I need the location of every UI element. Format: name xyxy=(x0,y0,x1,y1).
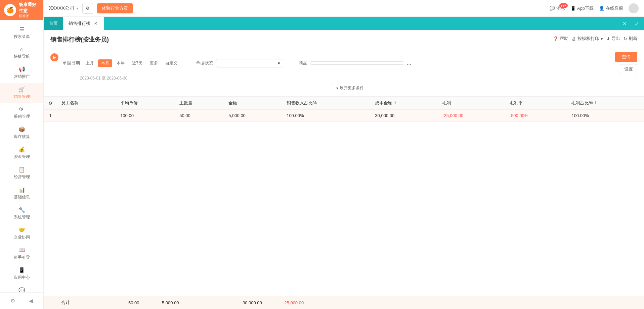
sidebar-item-system[interactable]: 🔧 系统管理 xyxy=(0,203,43,223)
finance-icon: 💰 xyxy=(18,146,25,153)
print-btn[interactable]: 🖨 按模板打印 ▾ xyxy=(572,36,603,42)
th-name: 员工名称 xyxy=(57,97,116,110)
help-icon: ❓ xyxy=(553,36,558,41)
sidebar-item-marketing[interactable]: 📢 营销推广 xyxy=(0,63,43,83)
sidebar-label-enterprise-collab: 企业协同 xyxy=(14,235,30,240)
sidebar-item-sales[interactable]: 🛒 销售管理 xyxy=(0,83,43,103)
status-select[interactable]: ▾ xyxy=(216,59,283,67)
tab-close-icon[interactable]: ✕ xyxy=(93,21,98,26)
purchase-icon: 🛍 xyxy=(19,106,25,112)
sidebar-item-quick-nav[interactable]: ⌂ 快捷导航 xyxy=(0,43,43,63)
app-download-label: App下载 xyxy=(577,5,594,11)
table-row: 1 100.00 50.00 5,000.00 100.00% 30,000.0… xyxy=(44,110,644,122)
app-download-btn[interactable]: 📱 App下载 xyxy=(570,5,594,11)
sidebar-label-basic-info: 基础信息 xyxy=(14,194,30,200)
sidebar-label-app-center: 应用中心 xyxy=(14,275,30,280)
tab-sales-ranking[interactable]: 销售排行榜 ✕ xyxy=(63,17,104,30)
message-icon: 💬 xyxy=(550,6,555,11)
th-cost: 成本全额 ℹ xyxy=(371,97,438,110)
help-btn[interactable]: ❓ 帮助 xyxy=(553,36,568,42)
quick-nav-icon: ⌂ xyxy=(20,46,24,52)
footer-qty: 50.00 xyxy=(128,300,162,305)
cell-avg-price: 100.00 xyxy=(116,110,175,122)
date-range-display: 2023-06-01 至 2023-06-30 xyxy=(80,76,127,81)
table-header-row: ⚙ 员工名称 平均单价 主数量 全额 销售收入占比% 成本全额 ℹ 毛利 毛利率… xyxy=(44,97,644,110)
date-btn-current-month[interactable]: 本月 xyxy=(98,59,112,67)
tab-close-all-icon[interactable]: ✕ xyxy=(620,19,629,28)
cell-gross-rate: -500.00% xyxy=(506,110,568,122)
sidebar-settings-icon[interactable]: ⚙ xyxy=(10,298,15,304)
tab-bar-actions: ✕ ⤢ xyxy=(620,19,644,28)
settings-icon: ⚙ xyxy=(86,6,90,11)
cell-gross: -25,000.00 xyxy=(438,110,506,122)
logo-sub: 标准版 xyxy=(19,14,39,18)
cell-rank: 1 xyxy=(44,110,57,122)
date-btn-prev-month[interactable]: 上月 xyxy=(83,59,97,67)
guide-icon: 📖 xyxy=(18,247,25,253)
trial-button[interactable]: 体验行业方案 xyxy=(97,3,133,13)
print-icon: 🖨 xyxy=(572,36,576,41)
sidebar-nav: ☰ 搜索菜单 ⌂ 快捷导航 📢 营销推广 🛒 销售管理 🛍 采购管理 📦 库存核… xyxy=(0,20,43,292)
company-name: XXXXX公司 xyxy=(49,5,74,11)
sidebar-item-inventory[interactable]: 📦 库存核算 xyxy=(0,123,43,143)
date-range-buttons: 上月 本月 本年 近7天 更多 自定义 xyxy=(83,59,180,67)
sidebar-label-guide: 新手引导 xyxy=(14,255,30,260)
company-selector[interactable]: XXXXX公司 ▾ xyxy=(49,5,78,11)
messages-btn[interactable]: 💬 消息 99+ xyxy=(550,5,565,11)
message-badge: 99+ xyxy=(559,3,568,8)
sidebar-item-finance[interactable]: 💰 资金管理 xyxy=(0,143,43,163)
enterprise-wechat-icon: 💬 xyxy=(18,287,25,292)
date-btn-7days[interactable]: 近7天 xyxy=(129,59,145,67)
date-filter: 单据日期 上月 本月 本年 近7天 更多 自定义 xyxy=(62,59,180,67)
print-label: 按模板打印 xyxy=(577,36,599,42)
status-filter: 单据状态 ▾ xyxy=(196,59,283,67)
th-avg-price: 平均单价 xyxy=(116,97,175,110)
header-settings-btn[interactable]: ⚙ xyxy=(82,3,93,14)
query-button[interactable]: 查询 xyxy=(615,52,637,62)
cell-sales-pct: 100.00% xyxy=(283,110,371,122)
tab-expand-icon[interactable]: ⤢ xyxy=(632,19,641,28)
goods-input[interactable] xyxy=(310,61,404,65)
sidebar-item-business[interactable]: 📋 经营管理 xyxy=(0,163,43,183)
filter-area: ▶ 单据日期 上月 本月 本年 近7天 更多 自定义 xyxy=(44,48,644,97)
goods-label: 商品 xyxy=(299,60,307,66)
online-service-btn[interactable]: 👤 在线客服 xyxy=(599,5,623,11)
status-chevron-icon: ▾ xyxy=(278,61,280,66)
filter-arrow-btn[interactable]: ▶ xyxy=(50,53,58,61)
th-gross-pct: 毛利占比% ℹ xyxy=(567,97,644,110)
date-btn-current-year[interactable]: 本年 xyxy=(114,59,128,67)
tab-bar: 首页 销售排行榜 ✕ ✕ ⤢ xyxy=(44,17,644,30)
page-title: 销售排行榜(按业务员) xyxy=(50,36,109,48)
main-area: XXXXX公司 ▾ ⚙ 体验行业方案 💬 消息 99+ 📱 App下载 👤 在线… xyxy=(44,0,644,309)
date-btn-more[interactable]: 更多 xyxy=(147,59,161,67)
user-avatar[interactable] xyxy=(629,3,639,13)
top-header: XXXXX公司 ▾ ⚙ 体验行业方案 💬 消息 99+ 📱 App下载 👤 在线… xyxy=(44,0,644,17)
sidebar-label-quick-nav: 快捷导航 xyxy=(14,54,30,59)
logo-main: 畅康通好生意 xyxy=(19,2,39,14)
sidebar-collapse-icon[interactable]: ◀ xyxy=(29,298,33,304)
sidebar-item-guide[interactable]: 📖 新手引导 xyxy=(0,244,43,264)
table-settings-icon[interactable]: ⚙ xyxy=(48,101,52,106)
cost-info-icon: ℹ xyxy=(394,101,396,105)
sidebar-item-enterprise-wechat[interactable]: 💬 企业微信 xyxy=(0,284,43,292)
sidebar-item-enterprise-collab[interactable]: 🤝 企业协同 xyxy=(0,223,43,244)
date-btn-custom[interactable]: 自定义 xyxy=(162,59,180,67)
sidebar-item-search[interactable]: ☰ 搜索菜单 xyxy=(0,23,43,43)
business-icon: 📋 xyxy=(18,166,25,173)
sidebar-item-app-center[interactable]: 📱 应用中心 xyxy=(0,264,43,284)
export-btn[interactable]: ⬇ 导出 xyxy=(606,36,620,42)
more-dots-icon[interactable]: ... xyxy=(407,60,411,66)
goods-filter: 商品 ... xyxy=(299,60,411,66)
settings-small-button[interactable]: 设置 xyxy=(620,64,637,74)
cell-qty: 50.00 xyxy=(175,110,224,122)
refresh-btn[interactable]: ↻ 刷新 xyxy=(624,36,637,42)
sidebar-item-basic-info[interactable]: 📊 基础信息 xyxy=(0,183,43,203)
th-gross: 毛利 xyxy=(438,97,506,110)
tab-home[interactable]: 首页 xyxy=(44,17,63,30)
filter-row: 单据日期 上月 本月 本年 近7天 更多 自定义 xyxy=(62,52,637,74)
sidebar-item-purchase[interactable]: 🛍 采购管理 xyxy=(0,103,43,123)
header-right: 💬 消息 99+ 📱 App下载 👤 在线客服 xyxy=(550,3,639,13)
chevron-down-expand-icon: ▾ xyxy=(336,86,338,91)
expand-conditions-btn[interactable]: ▾ 展开更多条件 xyxy=(332,84,368,92)
expand-btn-label: 展开更多条件 xyxy=(340,85,364,91)
